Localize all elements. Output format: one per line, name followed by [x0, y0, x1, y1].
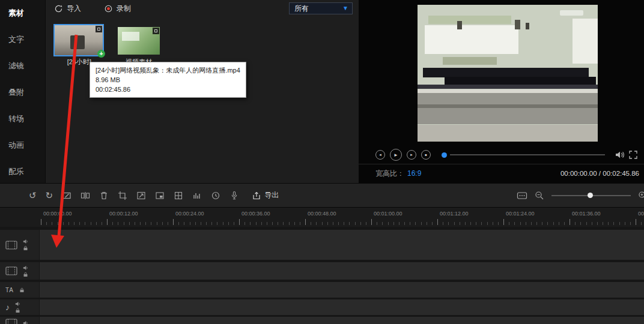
- video-frame-region: [573, 19, 598, 64]
- track-lane[interactable]: [40, 230, 644, 260]
- ruler-label: 00:01:12.00: [440, 211, 469, 217]
- zoom-out-icon[interactable]: [535, 191, 544, 200]
- track-mute-icon[interactable]: [23, 239, 28, 244]
- video-track-icon: [5, 266, 17, 275]
- zoom-in-icon[interactable]: [638, 191, 644, 200]
- track-mute-icon[interactable]: [23, 320, 28, 324]
- track-lock-icon[interactable]: [23, 272, 28, 277]
- media-clip-2[interactable]: [118, 27, 160, 55]
- chevron-down-icon: ▼: [342, 5, 348, 11]
- import-icon: [54, 4, 63, 13]
- play-icon: ►: [393, 152, 398, 158]
- track-mute-icon[interactable]: [23, 265, 28, 271]
- tooltip-filename: [24小时]网络视频乱象：未成年人的网络直播.mp4: [96, 65, 240, 75]
- next-frame-button[interactable]: ►: [407, 150, 416, 160]
- mosaic-icon[interactable]: [174, 191, 183, 200]
- volume-icon[interactable]: [615, 150, 625, 160]
- track-lane[interactable]: [40, 262, 644, 280]
- ruler-label: 00:00:36.00: [242, 211, 270, 217]
- track-lock-icon[interactable]: [15, 308, 20, 313]
- timeline-track-video-1: [0, 230, 644, 260]
- previous-frame-button[interactable]: ◄: [375, 150, 385, 160]
- record-button[interactable]: 录制: [104, 4, 131, 14]
- video-frame-region: [423, 68, 589, 77]
- video-frame-region: [526, 23, 529, 29]
- track-header: TA: [0, 282, 39, 298]
- redo-icon[interactable]: ↻: [46, 191, 53, 200]
- delete-icon[interactable]: [99, 191, 109, 200]
- video-frame-region: [425, 25, 518, 54]
- clip1-corner-badge-icon: [96, 26, 102, 32]
- stop-button[interactable]: ■: [421, 150, 431, 160]
- audio-levels-icon[interactable]: [192, 191, 202, 200]
- video-frame-region: [457, 21, 462, 29]
- preview-progress-bar[interactable]: [450, 154, 605, 155]
- microphone-icon[interactable]: [229, 191, 239, 200]
- sidebar-item-overlay[interactable]: 叠附: [0, 79, 45, 106]
- track-header: ♪: [0, 299, 39, 315]
- play-button[interactable]: ►: [390, 149, 402, 161]
- import-label: 导入: [67, 4, 81, 14]
- video-frame-region: [418, 104, 598, 108]
- scale-icon[interactable]: [136, 191, 146, 200]
- ruler-label: 00:01:24.00: [506, 211, 535, 217]
- track-mute-icon[interactable]: [15, 301, 20, 307]
- ruler-label: 00:01:00.00: [374, 211, 402, 217]
- record-icon: [104, 4, 113, 13]
- fullscreen-icon[interactable]: [628, 150, 638, 160]
- edit-icon[interactable]: [62, 191, 71, 200]
- track-lane[interactable]: [40, 317, 644, 324]
- timeline-track-video-2: [0, 262, 644, 280]
- track-lane[interactable]: [40, 299, 644, 315]
- export-label: 导出: [264, 190, 279, 200]
- track-header: [0, 230, 39, 260]
- preview-render-icon[interactable]: [517, 191, 527, 200]
- filter-dropdown[interactable]: 所有 ▼: [289, 2, 353, 14]
- ruler-label: 00:0: [638, 211, 644, 217]
- ruler-label: 00:00:12.00: [109, 211, 138, 217]
- crop-icon[interactable]: [118, 191, 127, 200]
- clip-tooltip: [24小时]网络视频乱象：未成年人的网络直播.mp4 8.96 MB 00:02…: [90, 62, 246, 98]
- video-track-icon: [5, 319, 17, 324]
- video-frame-region: [418, 93, 598, 124]
- sidebar-item-music[interactable]: 配乐: [0, 158, 45, 185]
- timeline-tracks: TA ♪: [0, 227, 644, 324]
- aspect-ratio-label: 宽高比：: [375, 169, 404, 179]
- video-frame-region: [418, 125, 598, 142]
- video-frame-region: [428, 16, 511, 24]
- preview-info-bar: 宽高比： 16:9 00:00:00.00 / 00:02:45.86: [359, 164, 644, 182]
- add-to-timeline-icon[interactable]: +: [97, 50, 105, 58]
- media-panel: 导入 录制 所有 ▼ + [24小时] 视频素材: [45, 0, 359, 183]
- tooltip-duration: 00:02:45.86: [96, 85, 240, 94]
- zoom-slider-handle[interactable]: [588, 193, 593, 198]
- media-clip-1[interactable]: +: [53, 24, 104, 56]
- aspect-ratio-value[interactable]: 16:9: [407, 169, 421, 178]
- ruler-label: 00:00:48.00: [308, 211, 336, 217]
- export-icon: [252, 191, 261, 200]
- timeline-ruler[interactable]: 00:00:00.00 00:00:12.00 00:00:24.00 00:0…: [0, 207, 644, 227]
- track-lane[interactable]: [40, 282, 644, 298]
- media-toolbar: 导入 录制 所有 ▼: [46, 0, 359, 17]
- sidebar: 素材 文字 滤镜 叠附 转场 动画 配乐: [0, 0, 45, 183]
- sidebar-item-transition[interactable]: 转场: [0, 106, 45, 132]
- undo-icon[interactable]: ↺: [29, 191, 37, 200]
- timeline-track-text: TA: [0, 282, 644, 298]
- stop-icon: ■: [425, 153, 427, 157]
- pip-icon[interactable]: [155, 191, 165, 200]
- sidebar-item-media[interactable]: 素材: [0, 0, 45, 26]
- duration-clock-icon[interactable]: [211, 191, 220, 200]
- export-button[interactable]: 导出: [252, 190, 279, 200]
- timeline-track-music: ♪: [0, 299, 644, 315]
- zoom-slider[interactable]: [551, 195, 631, 196]
- sidebar-item-filter[interactable]: 滤镜: [0, 53, 45, 79]
- track-lock-icon[interactable]: [19, 287, 25, 293]
- text-track-icon: TA: [5, 287, 14, 293]
- sidebar-item-text[interactable]: 文字: [0, 26, 45, 53]
- import-button[interactable]: 导入: [54, 4, 81, 14]
- track-lock-icon[interactable]: [23, 245, 28, 251]
- watermark: [560, 10, 583, 16]
- playhead-dot[interactable]: [442, 152, 447, 158]
- record-label: 录制: [117, 4, 131, 14]
- sidebar-item-animation[interactable]: 动画: [0, 132, 45, 158]
- split-icon[interactable]: [80, 191, 90, 200]
